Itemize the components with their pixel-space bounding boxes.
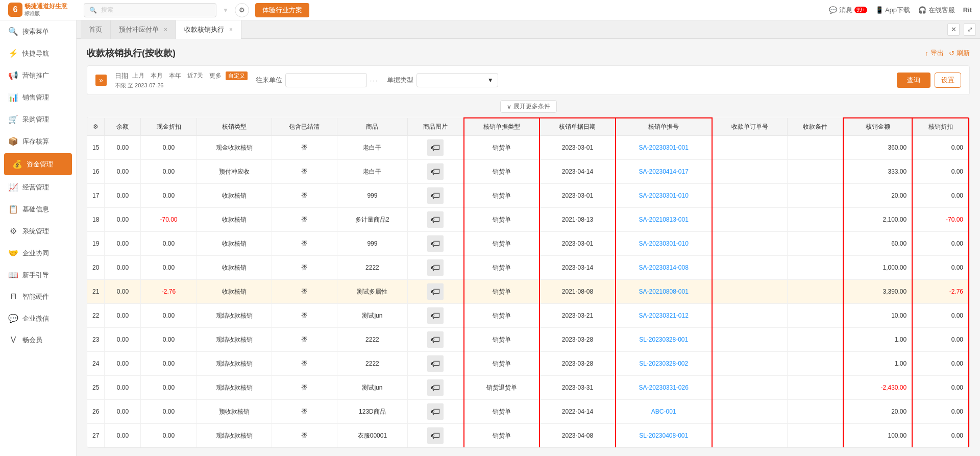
tab-prepayment[interactable]: 预付冲应付单 × — [111, 20, 176, 39]
sidebar-item-智能硬件[interactable]: 🖥智能硬件 — [0, 286, 76, 307]
table-row[interactable]: 20 0.00 0.00 收款核销 否 2222 🏷 销货单 2023-03-1… — [87, 256, 969, 280]
cell-receipt-cond — [787, 208, 843, 232]
cell-included-settled: 否 — [272, 232, 337, 256]
table-row[interactable]: 21 0.00 -2.76 收款核销 否 测试多属性 🏷 销货单 2021-08… — [87, 280, 969, 304]
cell-doc-no[interactable]: SA-20230414-017 — [616, 160, 712, 184]
cell-verify-amount: 3,390.00 — [843, 280, 912, 304]
product-thumb: 🏷 — [427, 259, 444, 276]
order-type-select[interactable]: ▼ — [416, 73, 498, 87]
th-receipt-order: 收款单订单号 — [712, 118, 788, 136]
table-row[interactable]: 24 0.00 0.00 现结收款核销 否 2222 🏷 销货单 2023-03… — [87, 352, 969, 376]
table-row[interactable]: 28 0.00 0.00 现结收款核销 否 2222 🏷 销货单 2023-04… — [87, 448, 969, 448]
filter-more[interactable]: 更多 — [207, 71, 224, 81]
sidebar-item-新手引导[interactable]: 📖新手引导 — [0, 264, 76, 286]
tab-expand[interactable]: ⤢ — [964, 23, 976, 36]
cell-doc-no[interactable]: SA-20230314-008 — [616, 256, 712, 280]
filter-this-month[interactable]: 本月 — [149, 71, 165, 81]
export-button[interactable]: ↑ 导出 — [925, 49, 944, 58]
filter-last-month[interactable]: 上月 — [130, 71, 146, 81]
filter-custom[interactable]: 自定义 — [226, 71, 248, 80]
cell-doc-no[interactable]: SA-20230301-001 — [616, 136, 712, 160]
solution-button[interactable]: 体验行业方案 — [255, 3, 309, 17]
sidebar-item-销售管理[interactable]: 📊销售管理 — [0, 86, 76, 108]
cell-doc-no[interactable]: SA-20230301-010 — [616, 232, 712, 256]
sidebar-item-经营管理[interactable]: 📈经营管理 — [0, 176, 76, 198]
sidebar-item-快捷导航[interactable]: ⚡快捷导航 — [0, 42, 76, 64]
cell-doc-no[interactable]: SA-20230321-012 — [616, 304, 712, 328]
sidebar-label: 智能硬件 — [22, 292, 49, 301]
doc-no-link[interactable]: SA-20230301-010 — [639, 240, 688, 247]
table-row[interactable]: 19 0.00 0.00 收款核销 否 999 🏷 销货单 2023-03-01… — [87, 232, 969, 256]
product-thumb: 🏷 — [427, 331, 444, 348]
sidebar-item-企业微信[interactable]: 💬企业微信 — [0, 307, 76, 329]
filter-setting-button[interactable]: 设置 — [935, 73, 961, 88]
doc-no-link[interactable]: SA-20230414-017 — [639, 168, 688, 175]
filter-this-year[interactable]: 本年 — [167, 71, 183, 81]
tab-home[interactable]: 首页 — [81, 20, 111, 39]
doc-no-link[interactable]: SL-20230328-002 — [639, 360, 688, 367]
verify-tab-close[interactable]: × — [229, 26, 233, 33]
filter-expand-button[interactable]: » — [95, 75, 107, 86]
cell-balance: 0.00 — [105, 208, 141, 232]
doc-no-link[interactable]: SA-20230301-001 — [639, 144, 688, 151]
sidebar-item-系统管理[interactable]: ⚙系统管理 — [0, 220, 76, 242]
sidebar-item-采购管理[interactable]: 🛒采购管理 — [0, 108, 76, 130]
cell-doc-no[interactable]: SL-20230418-001 — [616, 448, 712, 448]
cell-doc-no[interactable]: SA-20230331-026 — [616, 376, 712, 400]
cell-doc-type: 销货退货单 — [464, 376, 540, 400]
cell-doc-no[interactable]: SL-20230328-002 — [616, 352, 712, 376]
sidebar-item-基础信息[interactable]: 📋基础信息 — [0, 198, 76, 220]
table-row[interactable]: 27 0.00 0.00 现结收款核销 否 衣服00001 🏷 销货单 2023… — [87, 424, 969, 448]
doc-no-link[interactable]: SA-20210813-001 — [639, 216, 688, 223]
doc-no-link[interactable]: SA-20230301-010 — [639, 192, 688, 199]
cell-doc-no[interactable]: ABC-001 — [616, 400, 712, 424]
table-row[interactable]: 16 0.00 0.00 预付冲应收 否 老白干 🏷 销货单 2023-04-1… — [87, 160, 969, 184]
cell-product: 多计量商品2 — [337, 208, 408, 232]
sidebar-item-营销推广[interactable]: 📢营销推广 — [0, 64, 76, 86]
sidebar-label: 营销推广 — [22, 71, 49, 80]
cell-doc-no[interactable]: SA-20210813-001 — [616, 208, 712, 232]
doc-no-link[interactable]: SA-20230321-012 — [639, 312, 688, 319]
table-row[interactable]: 26 0.00 0.00 预收款核销 否 123D商品 🏷 销货单 2022-0… — [87, 400, 969, 424]
dropdown-trigger[interactable]: ▼ — [223, 7, 229, 14]
doc-no-link[interactable]: ABC-001 — [651, 408, 676, 415]
sidebar-item-搜索菜单[interactable]: 🔍搜索菜单 — [0, 20, 76, 42]
user-name[interactable]: Rit — [963, 6, 972, 14]
cell-verify-discount: 0.00 — [912, 352, 969, 376]
partner-input[interactable] — [285, 73, 367, 87]
doc-no-link[interactable]: SA-20210808-001 — [639, 288, 688, 295]
sidebar-item-畅会员[interactable]: V畅会员 — [0, 329, 76, 351]
table-row[interactable]: 25 0.00 0.00 现结收款核销 否 测试jun 🏷 销货退货单 2023… — [87, 376, 969, 400]
sidebar-item-企业协同[interactable]: 🤝企业协同 — [0, 242, 76, 264]
cell-doc-no[interactable]: SL-20230408-001 — [616, 424, 712, 448]
sidebar-icon: 🤝 — [8, 248, 18, 258]
doc-no-link[interactable]: SA-20230314-008 — [639, 264, 688, 271]
table-container[interactable]: ⚙ 余额 现金折扣 核销类型 包含已结清 商品 商品图片 核销单据类型 核销单据… — [87, 117, 970, 448]
tab-close-all[interactable]: ✕ — [947, 23, 960, 36]
cell-doc-no[interactable]: SA-20230301-010 — [616, 184, 712, 208]
refresh-button[interactable]: ↺ 刷新 — [949, 49, 970, 58]
filter-bar: » 日期 上月 本月 本年 近7天 更多 自定义 不限 至 2023-07-26… — [87, 65, 970, 95]
prepayment-tab-close[interactable]: × — [164, 26, 167, 33]
sidebar-item-资金管理[interactable]: 💰资金管理 — [4, 153, 72, 175]
doc-no-link[interactable]: SL-20230408-001 — [639, 432, 688, 439]
cell-doc-no[interactable]: SA-20210808-001 — [616, 280, 712, 304]
filter-7days[interactable]: 近7天 — [185, 71, 205, 81]
doc-no-link[interactable]: SA-20230331-026 — [639, 384, 688, 391]
table-row[interactable]: 15 0.00 0.00 现金收款核销 否 老白干 🏷 销货单 2023-03-… — [87, 136, 969, 160]
app-download[interactable]: 📱 App下载 — [875, 6, 910, 15]
cell-doc-no[interactable]: SL-20230328-001 — [616, 328, 712, 352]
table-row[interactable]: 17 0.00 0.00 收款核销 否 999 🏷 销货单 2023-03-01… — [87, 184, 969, 208]
sidebar-item-库存核算[interactable]: 📦库存核算 — [0, 130, 76, 152]
table-row[interactable]: 22 0.00 0.00 现结收款核销 否 测试jun 🏷 销货单 2023-0… — [87, 304, 969, 328]
tab-verify[interactable]: 收款核销执行 × — [176, 20, 241, 39]
cell-receipt-order — [712, 184, 788, 208]
notification-area[interactable]: 💬 消息 99+ — [829, 6, 867, 15]
table-row[interactable]: 18 0.00 -70.00 收款核销 否 多计量商品2 🏷 销货单 2021-… — [87, 208, 969, 232]
doc-no-link[interactable]: SL-20230328-001 — [639, 336, 688, 343]
table-row[interactable]: 23 0.00 0.00 现结收款核销 否 2222 🏷 销货单 2023-03… — [87, 328, 969, 352]
settings-icon[interactable]: ⚙ — [235, 3, 249, 17]
expand-more-button[interactable]: ∨ 展开更多条件 — [500, 100, 557, 113]
online-service[interactable]: 🎧 在线客服 — [918, 6, 955, 15]
query-button[interactable]: 查询 — [897, 73, 930, 88]
